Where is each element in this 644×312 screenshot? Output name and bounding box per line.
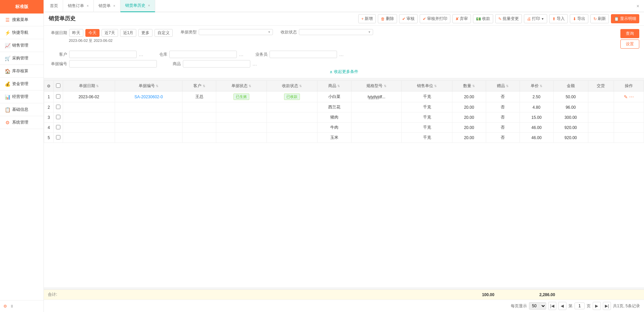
sidebar-item-inventory[interactable]: 🏠 库存核算 [0,65,44,78]
audit-print-button[interactable]: ✔ 审核并打印 [420,14,450,23]
batch-change-button[interactable]: ✎ 批量变更 [495,14,522,23]
tab-bar-close[interactable]: × [633,3,643,9]
sidebar-item-label: 采购管理 [12,55,28,61]
audit-button[interactable]: ✔ 审核 [399,14,418,23]
payment-status-select[interactable]: ▼ [299,29,373,35]
refresh-button[interactable]: ↻ 刷新 [590,14,609,23]
delete-button[interactable]: 🗑 删除 [378,14,397,23]
col-unit-price[interactable]: 单价 ⇅ [520,81,553,92]
row-select-checkbox[interactable] [56,115,60,119]
doc-no-link[interactable]: SA-20230602-0 [135,95,163,99]
cell-unit: 千克 [402,123,452,133]
goods-input[interactable] [183,60,250,68]
refresh-label: 刷新 [598,16,606,22]
col-customer[interactable]: 客户 ⇅ [183,81,216,92]
date-btn-today[interactable]: 今天 [85,29,100,37]
cell-trade [588,123,614,133]
col-unit-price-label: 单价 [531,83,539,88]
tab-sales-delivery-close[interactable]: × [113,4,115,8]
cell-gift: 否 [486,92,520,102]
first-page-btn[interactable]: |◀ [548,302,556,310]
salesperson-input[interactable] [270,51,337,58]
sidebar-item-search-menu[interactable]: ☰ 搜索菜单 [0,14,44,26]
row-checkbox[interactable] [54,112,63,123]
discard-icon: ✘ [455,17,459,21]
sidebar-item-base-info[interactable]: 📋 基础信息 [0,103,44,116]
col-settings[interactable]: ⚙ [44,81,54,92]
sidebar-item-sales-mgmt[interactable]: 📈 销售管理 [0,39,44,52]
tab-home[interactable]: 首页 [45,0,63,12]
sidebar-item-purchase-mgmt[interactable]: 🛒 采购管理 [0,52,44,65]
cell-doc-status [216,133,267,143]
new-label: 新增 [365,16,373,22]
select-all-checkbox[interactable] [56,83,60,88]
per-page-select[interactable]: 50 100 200 [529,302,546,310]
tab-sales-delivery[interactable]: 销货单 × [94,0,120,12]
sidebar-item-finance[interactable]: 💰 资金管理 [0,78,44,90]
col-unit[interactable]: 销售单位 ⇅ [402,81,452,92]
row-checkbox[interactable] [54,102,63,112]
tab-sales-order-close[interactable]: × [87,4,89,8]
sidebar-bottom-icon1[interactable]: ⚙ [3,304,7,309]
col-quantity[interactable]: 数量 ⇅ [452,81,486,92]
show-detail-button[interactable]: 📋 显示明细 [611,14,639,23]
goods-dots-btn[interactable]: … [252,61,257,67]
sidebar-collapse-btn[interactable]: ⏸ [10,304,14,309]
date-btn-1month[interactable]: 近1月 [120,29,137,37]
collapse-button[interactable]: ∧ 收起更多条件 [49,69,639,75]
new-button[interactable]: + 新增 [358,14,376,23]
export-label: 导出 [577,16,585,22]
tab-sales-history-close[interactable]: × [148,4,150,7]
collect-button[interactable]: 💵 收款 [473,14,493,23]
row-select-checkbox[interactable] [56,125,60,129]
sidebar-item-label: 快捷导航 [12,30,28,35]
set-button[interactable]: 设置 [620,40,639,49]
more-action-icon[interactable]: ⋯ [629,94,634,100]
col-gift[interactable]: 赠品 ⇅ [486,81,520,92]
col-checkbox[interactable] [54,81,63,92]
salesperson-dots-btn[interactable]: … [339,52,344,57]
cell-customer: 王总 [183,92,216,102]
customer-dots-btn[interactable]: … [139,52,143,57]
col-doc-no[interactable]: 单据编号 ⇅ [115,81,183,92]
sidebar-item-system-mgmt[interactable]: ⚙ 系统管理 [0,116,44,129]
date-btn-7days[interactable]: 近7天 [102,29,118,37]
import-button[interactable]: ⬆ 导入 [549,14,568,23]
date-btn-more[interactable]: 更多 [138,29,152,37]
row-select-checkbox[interactable] [56,135,60,139]
row-checkbox[interactable] [54,92,63,102]
row-checkbox[interactable] [54,133,63,143]
customer-input[interactable] [69,51,137,58]
col-doc-status[interactable]: 单据状态 ⇅ [216,81,267,92]
date-btn-custom[interactable]: 自定义 [155,29,173,37]
col-spec[interactable]: 规格型号 ⇅ [351,81,402,92]
doc-type-select[interactable]: ▼ [199,29,273,35]
row-select-checkbox[interactable] [56,105,60,109]
row-checkbox[interactable] [54,123,63,133]
sidebar-bottom: ⚙ ⏸ [0,300,44,312]
last-page-btn[interactable]: ▶| [603,302,611,310]
discard-button[interactable]: ✘ 弃审 [452,14,471,23]
col-goods[interactable]: 商品 ⇅ [317,81,351,92]
sidebar-item-operations[interactable]: 📊 经营管理 [0,90,44,103]
sidebar-item-quick-nav[interactable]: ⚡ 快捷导航 [0,26,44,39]
warehouse-input[interactable] [169,51,237,58]
page-input[interactable] [575,303,585,309]
edit-action-icon[interactable]: ✎ [624,94,628,100]
tab-sales-order[interactable]: 销售订单 × [63,0,94,12]
export-button[interactable]: ⬇ 导出 [570,14,588,23]
col-payment-status[interactable]: 收款状态 ⇅ [267,81,317,92]
row-num: 2 [44,102,54,112]
date-btn-yesterday[interactable]: 昨天 [69,29,83,37]
warehouse-dots-btn[interactable]: … [239,52,244,57]
print-dropdown-icon: ▼ [541,17,544,21]
tab-sales-history[interactable]: 销货单历史 × [120,0,155,12]
doc-no-input[interactable] [69,60,157,68]
col-doc-date[interactable]: 单据日期 ⇅ [63,81,115,92]
row-select-checkbox[interactable] [56,94,60,99]
prev-page-btn[interactable]: ◀ [558,302,566,310]
query-button[interactable]: 查询 [620,29,639,38]
cell-doc-no[interactable]: SA-20230602-0 [115,92,183,102]
print-button[interactable]: 🖨 打印 ▼ [524,14,547,23]
next-page-btn[interactable]: ▶ [593,302,601,310]
